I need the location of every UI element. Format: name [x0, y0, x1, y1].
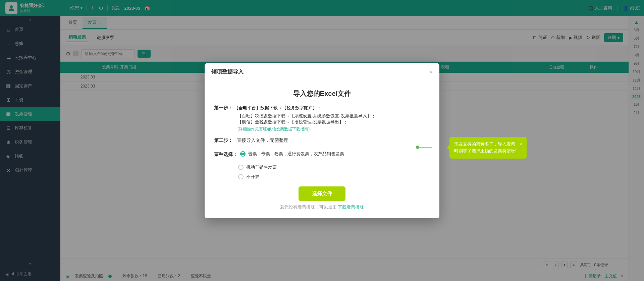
step1-label: 第一步：: [214, 105, 233, 111]
tooltip-container: × 现在支持的票种多了，导入发票时别忘了选择正确的发票类型呀!: [449, 137, 527, 159]
radio-section-label: 票种选择：: [214, 151, 237, 158]
radio-circle-3: [238, 174, 244, 179]
radio-option-2[interactable]: 机动车销售发票: [238, 164, 430, 170]
tooltip-text: 现在支持的票种多了，导入发票时别忘了选择正确的发票类型呀!: [454, 142, 517, 154]
import-modal: 销项数据导入 × 导入您的Excel文件 第一步： 【全电平台】数据下载→【税务…: [205, 63, 439, 218]
radio-circle-1: [240, 151, 246, 157]
download-template-link[interactable]: 下载发票模版: [338, 205, 364, 210]
tooltip-close-btn[interactable]: ×: [519, 141, 522, 148]
step2-label: 第二步：: [214, 137, 233, 144]
radio-label-2: 机动车销售发票: [246, 164, 277, 170]
modal-footer-text: 若您没有发票模版，可以点击: [280, 205, 337, 210]
modal-header: 销项数据导入 ×: [205, 63, 439, 81]
radio-option-3[interactable]: 不开票: [238, 174, 430, 180]
step1-link[interactable]: (详细操作见百旺/航信发票数据下载指南): [237, 127, 310, 131]
modal-title: 销项数据导入: [211, 68, 244, 75]
radio-group: 票种选择： 普票，专票，卷票，通行费发票，农产品销售发票 机动车销售发票: [214, 151, 430, 180]
select-file-btn[interactable]: 选择文件: [299, 186, 345, 201]
modal-close-btn[interactable]: ×: [429, 68, 433, 75]
step1-line3: 【航信】金税盘数据下载→【报税管理-发票数据导出】；: [214, 119, 430, 125]
tooltip-dot: [416, 146, 419, 149]
modal-subtitle: 导入您的Excel文件: [214, 89, 430, 98]
modal-footer: 若您没有发票模版，可以点击 下载发票模版: [214, 204, 430, 210]
radio-label-1: 普票，专票，卷票，通行费发票，农产品销售发票: [248, 151, 344, 157]
radio-label-row: 票种选择： 普票，专票，卷票，通行费发票，农产品销售发票: [214, 151, 430, 160]
step1-line2: 【百旺】税控盘数据下载→【系统设置-系统参数设置-发票批量导入】；: [214, 113, 430, 119]
step2-text: 直接导入文件，无需整理: [237, 137, 288, 143]
step1-line1: 【全电平台】数据下载→【税务数字账户】；: [234, 105, 321, 110]
radio-option-1[interactable]: 普票，专票，卷票，通行费发票，农产品销售发票: [240, 151, 344, 157]
step2-block: 第二步： 直接导入文件，无需整理: [214, 137, 430, 146]
tooltip-arrow: [447, 145, 449, 150]
tooltip-bubble: × 现在支持的票种多了，导入发票时别忘了选择正确的发票类型呀!: [449, 137, 527, 159]
radio-label-3: 不开票: [246, 174, 259, 180]
tooltip-line: [418, 147, 432, 148]
step1-block: 第一步： 【全电平台】数据下载→【税务数字账户】； 【百旺】税控盘数据下载→【系…: [214, 105, 430, 132]
radio-circle-2: [238, 165, 244, 170]
modal-overlay: 销项数据导入 × 导入您的Excel文件 第一步： 【全电平台】数据下载→【税务…: [0, 0, 644, 281]
modal-body: 导入您的Excel文件 第一步： 【全电平台】数据下载→【税务数字账户】； 【百…: [205, 81, 439, 218]
